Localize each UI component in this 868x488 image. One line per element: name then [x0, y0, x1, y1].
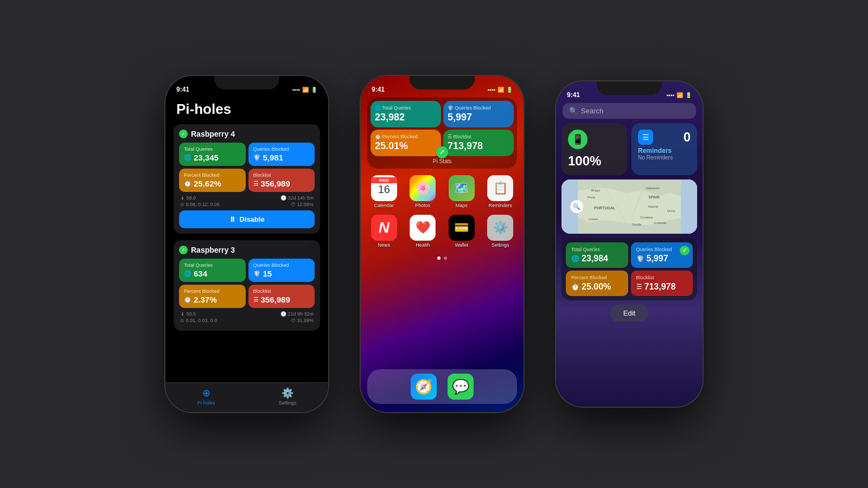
status-time-left: 9:41	[176, 86, 189, 93]
pw-blocklist-label: Blocklist	[636, 275, 688, 280]
pw-clock-icon: ⏱️	[571, 283, 579, 291]
server-raspberry4: ✓ Rasbperry 4 Total Queries 🌐 23,345 Que…	[174, 124, 320, 234]
tab-piholes[interactable]: ⊕ Pi-holes	[165, 387, 247, 406]
dock-messages[interactable]: 💬	[448, 374, 474, 400]
shield-icon-r4: ✓	[179, 130, 188, 138]
map-widget: Braga Valladolid Porto SPAIN PORTUGAL Ma…	[561, 179, 697, 234]
pihole-widget-right: Total Queries 🌐 23,984 Queries Blocked 🛡…	[561, 238, 697, 300]
svg-text:Valladolid: Valladolid	[646, 187, 660, 190]
dock-safari[interactable]: 🧭	[411, 374, 437, 400]
total-queries-label-r3: Total Queries	[184, 262, 241, 268]
photos-icon: 🌸	[410, 175, 436, 201]
settings-label: Settings	[492, 242, 509, 248]
tab-settings[interactable]: ⚙️ Settings	[247, 387, 328, 406]
battery-percent: 100%	[568, 153, 621, 169]
search-bar[interactable]: 🔍 Search	[563, 103, 696, 119]
phone-right: 9:41 ▪▪▪▪ 📶 🔋 🔍 Search 📱	[556, 81, 703, 407]
list-icon-r4: ☰	[253, 180, 259, 187]
svg-text:SPAIN: SPAIN	[648, 195, 660, 199]
load-r3: ⊙ 0.01, 0.03, 0.0	[180, 318, 217, 323]
disable-button-r4[interactable]: ⏸ Disable	[179, 210, 315, 228]
queries-blocked-value-r3: 15	[263, 269, 272, 278]
server-meta-r4: 🌡 58.0 ⊙ 0.08, 0.12, 0.05 🕐 32d 14h 5m ⏱…	[179, 195, 315, 207]
app-photos[interactable]: 🌸 Photos	[406, 175, 440, 208]
server-meta-r3: 🌡 50.5 ⊙ 0.01, 0.03, 0.0 🕐 21d 9h 32m ⏱ …	[179, 311, 315, 323]
map-svg: Braga Valladolid Porto SPAIN PORTUGAL Ma…	[561, 179, 697, 234]
reminders-widget-icon: ☰	[638, 130, 653, 145]
phone-center: 9:41 ▪▪▪▪ 📶 🔋 🌐 Total Queries 23,982	[361, 76, 524, 412]
settings-tab-icon: ⚙️	[282, 387, 293, 399]
widget-percent-blocked-label: ⏱️ Percent Blocked	[375, 134, 437, 139]
photos-label: Photos	[415, 203, 430, 208]
clock-icon-w: ⏱️	[375, 134, 381, 139]
battery-widget: 📱 100%	[561, 123, 627, 175]
app-wallet[interactable]: 💳 Wallet	[445, 215, 478, 248]
maps-label: Maps	[456, 203, 468, 208]
pw-shield-icon: 🛡️	[636, 255, 644, 262]
reminders-widget-header: ☰ 0	[638, 130, 691, 145]
app-news[interactable]: N News	[367, 215, 401, 248]
signal-icon-r: ▪▪▪▪	[667, 92, 674, 98]
globe-icon-r3: 🌐	[184, 270, 192, 277]
globe-icon-r4: 🌐	[184, 154, 192, 161]
app-calendar[interactable]: WED 16 Calendar	[367, 175, 401, 208]
battery-icon-r: 🔋	[685, 92, 692, 98]
tab-bar: ⊕ Pi-holes ⚙️ Settings	[165, 382, 328, 412]
block-icon-r3: 🛡️	[253, 270, 261, 277]
stats-grid-r3: Total Queries 🌐 634 Queries Blocked 🛡️ 1…	[179, 259, 315, 308]
blocklist-value-r4: 356,989	[261, 179, 290, 188]
pw-percent-blocked-label: Percent Blocked	[571, 275, 623, 280]
svg-text:Sevilla: Sevilla	[632, 223, 642, 226]
shield-icon-w: 🛡️	[448, 105, 454, 111]
calendar-icon: WED 16	[371, 175, 397, 201]
total-queries-card-r4: Total Queries 🌐 23,345	[179, 143, 246, 166]
queries-blocked-label-r3: Queries Blocked	[253, 262, 310, 268]
uptime-r4: 🕐 32d 14h 5m	[280, 195, 314, 201]
app-health[interactable]: ❤️ Health	[406, 215, 440, 248]
search-placeholder: Search	[581, 107, 603, 115]
reminders-count: 0	[684, 130, 691, 145]
signal-icon-c: ▪▪▪▪	[488, 87, 495, 93]
pihole-widget-grid: Total Queries 🌐 23,984 Queries Blocked 🛡…	[566, 242, 693, 296]
tab-piholes-label: Pi-holes	[197, 400, 215, 406]
dot-1	[437, 256, 441, 260]
phones-container: 9:41 ▪▪▪▪ 📶 🔋 Pi-holes ✓ Rasbperry 4 Tot…	[165, 76, 703, 412]
wifi-icon-c: 📶	[497, 87, 504, 93]
svg-text:PORTUGAL: PORTUGAL	[594, 206, 616, 210]
widget-percent-blocked-value: 25.01%	[375, 140, 437, 152]
dock: 🧭 💬	[367, 369, 517, 404]
maps-icon: 🗺️	[449, 175, 475, 201]
battery-icon-left: 🔋	[311, 87, 317, 93]
reminders-label: Reminders	[488, 203, 512, 208]
server-header-r3: ✓ Raspberry 3	[179, 246, 315, 254]
clock-icon-r3: ⏱️	[184, 296, 192, 303]
pw-blocklist-value: 713,978	[644, 282, 676, 292]
queries-blocked-card-r3: Queries Blocked 🛡️ 15	[248, 259, 315, 282]
server-header-r4: ✓ Rasbperry 4	[179, 130, 315, 138]
pw-queries-blocked-value: 5,997	[647, 254, 668, 264]
globe-icon-w: 🌐	[375, 105, 381, 111]
app-maps[interactable]: 🗺️ Maps	[445, 175, 478, 208]
phone2-screen: 9:41 ▪▪▪▪ 📶 🔋 🌐 Total Queries 23,982	[361, 76, 524, 412]
percent-blocked-card-r3: Percent Blocked ⏱️ 2.37%	[179, 285, 246, 308]
stats-grid-r4: Total Queries 🌐 23,345 Queries Blocked 🛡…	[179, 143, 315, 192]
tab-settings-label: Settings	[279, 400, 297, 406]
battery-icon-c: 🔋	[506, 87, 513, 93]
temp-r4: 🌡 58.0	[180, 195, 220, 201]
edit-button[interactable]: Edit	[610, 305, 648, 322]
queries-blocked-card-r4: Queries Blocked 🛡️ 5,981	[248, 143, 315, 166]
widgets-area: 📱 100% ☰ 0 Reminders No Reminders	[556, 123, 703, 322]
widget-total-queries: 🌐 Total Queries 23,982	[371, 101, 441, 127]
signal-icon: ▪▪▪▪	[292, 87, 300, 93]
wallet-icon: 💳	[449, 215, 475, 241]
phone-left: 9:41 ▪▪▪▪ 📶 🔋 Pi-holes ✓ Rasbperry 4 Tot…	[165, 76, 328, 412]
app-grid-row2: N News ❤️ Health 💳 Wallet ⚙️ Settings	[361, 210, 524, 252]
news-icon: N	[371, 215, 397, 241]
status-time-right: 9:41	[567, 91, 580, 99]
app-settings[interactable]: ⚙️ Settings	[484, 215, 518, 248]
disable-icon: ⏸	[229, 215, 236, 223]
app-reminders[interactable]: 📋 Reminders	[484, 175, 518, 208]
percent-blocked-label-r3: Percent Blocked	[184, 288, 241, 294]
phone1-screen: 9:41 ▪▪▪▪ 📶 🔋 Pi-holes ✓ Rasbperry 4 Tot…	[165, 76, 328, 412]
server-name-r3: Raspberry 3	[191, 246, 235, 254]
